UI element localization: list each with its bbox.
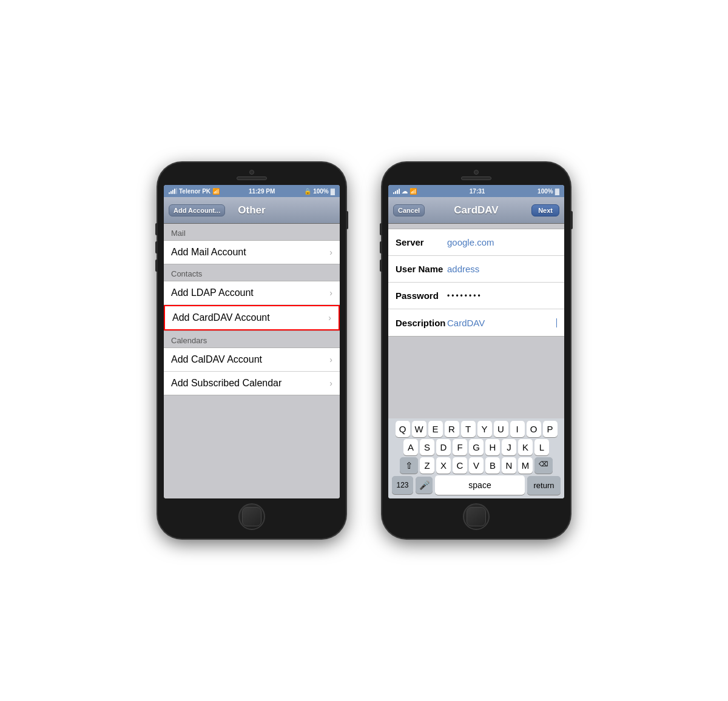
key-c[interactable]: C [453,457,467,474]
key-k[interactable]: K [518,439,533,455]
form-content: Server google.com User Name address Pass… [388,224,564,418]
add-carddav-account-row[interactable]: Add CardDAV Account › [164,305,340,330]
keyboard-bottom: 123 🎤 space return [389,475,563,495]
add-mail-account-row[interactable]: Add Mail Account › [164,241,340,264]
key-row-3: ⇧ Z X C V B N M ⌫ [389,457,563,474]
content-1: Mail Add Mail Account › Contacts Add LDA… [164,224,340,498]
key-g[interactable]: G [469,439,484,455]
back-button[interactable]: Add Account... [169,204,225,216]
password-label: Password [396,290,447,301]
password-value: •••••••• [447,292,557,300]
key-z[interactable]: Z [420,457,434,474]
bar2b [395,191,396,194]
status-bar-2: ☁ 📶 17:31 100% ▓ [388,185,564,197]
bar3b [397,190,398,194]
space-key[interactable]: space [435,475,525,495]
key-o[interactable]: O [527,421,541,437]
description-row[interactable]: Description CardDAV [388,309,564,336]
volume-down-btn[interactable] [155,241,158,253]
chevron-icon-caldav: › [329,355,332,364]
password-row[interactable]: Password •••••••• [388,283,564,309]
server-label: Server [396,237,447,247]
key-n[interactable]: N [502,457,516,474]
status-left: Telenor PK 📶 [169,188,220,195]
camera-2 [474,170,479,175]
add-carddav-label: Add CardDAV Account [172,312,270,323]
volume-up-btn-2[interactable] [380,223,382,235]
server-row[interactable]: Server google.com [388,229,564,256]
key-x[interactable]: X [436,457,451,474]
volume-down-btn-2[interactable] [380,241,382,253]
signal-bars [169,188,177,194]
bar1b [393,192,394,194]
iphone-top [164,170,340,183]
status-right-2: 100% ▓ [538,188,559,195]
contacts-table: Add LDAP Account › Add CardDAV Account › [164,281,340,331]
power-btn[interactable] [346,211,348,229]
key-d[interactable]: D [436,439,451,455]
add-ldap-account-row[interactable]: Add LDAP Account › [164,281,340,305]
key-y[interactable]: Y [477,421,492,437]
bar2 [170,191,172,194]
key-l[interactable]: L [534,439,549,455]
mic-key[interactable]: 🎤 [416,477,433,494]
power-btn-2[interactable] [570,211,573,229]
speaker [237,176,267,180]
key-r[interactable]: R [445,421,459,437]
form-spacer [388,337,564,361]
silent-switch-2[interactable] [380,260,382,272]
key-h[interactable]: H [485,439,500,455]
silent-switch[interactable] [155,260,158,272]
bar5 [176,188,177,194]
iphone-top-2 [388,170,564,183]
key-t[interactable]: T [461,421,476,437]
calendars-section-header: Calendars [164,331,340,347]
key-q[interactable]: Q [396,421,410,437]
key-a[interactable]: A [403,439,418,455]
key-e[interactable]: E [428,421,443,437]
username-row[interactable]: User Name address [388,256,564,283]
key-w[interactable]: W [412,421,426,437]
bar4 [174,189,175,194]
key-i[interactable]: I [510,421,525,437]
key-p[interactable]: P [543,421,558,437]
volume-up-btn[interactable] [155,223,158,235]
home-button-2[interactable] [463,503,490,530]
home-button-1[interactable] [238,503,265,530]
mail-section-header: Mail [164,224,340,240]
key-s[interactable]: S [420,439,434,455]
chevron-icon-carddav: › [328,313,331,323]
home-button-inner-2 [467,507,486,526]
nav-title-1: Other [238,204,265,216]
speaker-2 [461,176,491,180]
key-m[interactable]: M [518,457,533,474]
bar3 [172,190,174,194]
battery-icon-2: ▓ [555,188,559,195]
next-button[interactable]: Next [531,204,559,216]
battery-label: 100% [313,188,329,195]
server-value: google.com [447,237,557,247]
key-u[interactable]: U [494,421,508,437]
key-v[interactable]: V [469,457,484,474]
description-value: CardDAV [447,318,556,328]
shift-key[interactable]: ⇧ [400,457,418,474]
key-f[interactable]: F [453,439,467,455]
add-caldav-account-row[interactable]: Add CalDAV Account › [164,348,340,372]
mail-table: Add Mail Account › [164,240,340,264]
screen-1: Telenor PK 📶 11:29 PM 🔒 100% ▓ Add Accou… [164,185,340,498]
bar1 [169,192,170,194]
num-key[interactable]: 123 [392,476,413,494]
chevron-icon-sub: › [329,378,332,388]
return-key[interactable]: return [527,476,561,495]
cancel-button[interactable]: Cancel [393,204,425,216]
key-j[interactable]: J [502,439,516,455]
screen-2: ☁ 📶 17:31 100% ▓ Cancel CardDAV Next Ser… [388,185,564,498]
add-subscribed-calendar-row[interactable]: Add Subscribed Calendar › [164,372,340,395]
status-time-2: 17:31 [470,188,485,195]
keyboard: Q W E R T Y U I O P A S D F G H J K [388,418,564,498]
delete-key[interactable]: ⌫ [534,457,553,474]
key-b[interactable]: B [485,457,500,474]
add-subscribed-label: Add Subscribed Calendar [171,378,281,389]
carrier-name: Telenor PK [179,188,211,195]
iphone-2: ☁ 📶 17:31 100% ▓ Cancel CardDAV Next Ser… [382,163,570,538]
